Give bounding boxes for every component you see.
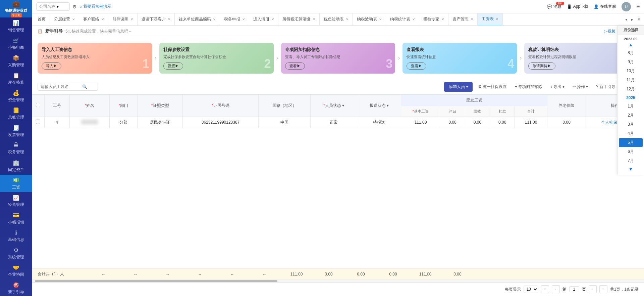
- topbar-menu-icon[interactable]: ☰: [636, 4, 640, 9]
- tab-close-2[interactable]: ✕: [101, 17, 104, 21]
- month-item-6[interactable]: 1月: [619, 102, 643, 111]
- step-btn-4[interactable]: 敬请期待▶: [528, 62, 555, 70]
- nav-tabs-prev-arrow[interactable]: ◂: [623, 17, 629, 22]
- special-deduction-button[interactable]: + 专项附加扣除: [512, 83, 545, 91]
- sidebar-item-库存核算[interactable]: 📋 库存核算: [0, 70, 32, 87]
- row-checkbox[interactable]: [36, 120, 40, 124]
- sidebar-item-基础信息[interactable]: ℹ 基础信息: [0, 227, 32, 245]
- month-item-4[interactable]: 12月: [619, 85, 643, 94]
- tab-close-9[interactable]: ✕: [346, 17, 348, 21]
- sidebar-item-总账管理[interactable]: 📒 总账管理: [0, 105, 32, 122]
- search-input[interactable]: [41, 84, 81, 89]
- nav-tab-13[interactable]: 资产管理✕: [448, 13, 478, 26]
- month-item-5[interactable]: 2025: [619, 94, 643, 102]
- month-item-2[interactable]: 10月: [619, 67, 643, 76]
- tab-close-4[interactable]: ✕: [168, 17, 170, 21]
- tab-close-3[interactable]: ✕: [130, 17, 133, 21]
- nav-tabs-next-arrow[interactable]: ▸: [629, 17, 635, 22]
- tab-close-12[interactable]: ✕: [441, 17, 444, 21]
- nav-tab-0[interactable]: 首页: [34, 13, 50, 26]
- last-page-button[interactable]: »: [599, 285, 607, 293]
- guide-video-link[interactable]: ▷ 视频: [604, 29, 615, 34]
- demo-link[interactable]: ○ 我要看实例演示: [79, 4, 111, 9]
- prev-page-button[interactable]: ‹: [552, 285, 560, 293]
- month-item-1[interactable]: 9月: [619, 57, 643, 67]
- step-btn-1[interactable]: 设置▶: [163, 62, 183, 70]
- sidebar-item-小畅报销[interactable]: 💳 小畅报销: [0, 210, 32, 227]
- month-item-10[interactable]: 5月: [619, 138, 643, 147]
- month-next-button[interactable]: ▼: [629, 167, 633, 171]
- sidebar-item-工资[interactable]: 💵 工资: [0, 175, 32, 192]
- add-person-button[interactable]: 添加人员 ▾: [444, 82, 473, 92]
- report-filter-icon[interactable]: ▾: [387, 103, 389, 108]
- toolbar: 🔍 添加人员 ▾ ⚙ 统一社保设置 + 专项附加扣除 ↓ 导出 ▾ ✏: [32, 79, 644, 95]
- month-item-8[interactable]: 3月: [619, 120, 643, 129]
- search-icon[interactable]: 🔍: [82, 84, 87, 89]
- nav-tab-3[interactable]: 引导说明✕: [108, 13, 138, 26]
- horizontal-scrollbar[interactable]: [32, 280, 644, 282]
- nav-tab-10[interactable]: 纳税波动表✕: [353, 13, 386, 26]
- topbar-settings-icon[interactable]: ⚙: [72, 4, 77, 9]
- sidebar-item-企业协同[interactable]: 🤝 企业协同: [0, 262, 32, 280]
- status-filter-icon[interactable]: ▾: [342, 103, 344, 108]
- user-avatar[interactable]: U: [622, 2, 631, 11]
- tab-close-10[interactable]: ✕: [379, 17, 382, 21]
- operations-button[interactable]: ✏ 操作 ▾: [570, 83, 591, 91]
- next-page-button[interactable]: ›: [589, 285, 597, 293]
- nav-tab-4[interactable]: 邀请下游客户✕: [138, 13, 175, 26]
- tab-close-5[interactable]: ✕: [213, 17, 216, 21]
- tab-close-13[interactable]: ✕: [471, 17, 473, 21]
- social-insurance-settings-button[interactable]: ⚙ 统一社保设置: [475, 83, 509, 91]
- month-item-7[interactable]: 2月: [619, 111, 643, 120]
- nav-tab-8[interactable]: 所得税汇算清缴✕: [278, 13, 320, 26]
- tab-close-7[interactable]: ✕: [271, 17, 274, 21]
- nav-tab-1[interactable]: 分层经营✕: [50, 13, 79, 26]
- social-insurance-link[interactable]: 个人社保: [601, 120, 617, 125]
- nav-tab-11[interactable]: 纳税统计表✕: [386, 13, 419, 26]
- step-btn-2[interactable]: 查看▶: [285, 62, 305, 70]
- sidebar: 💼 畅捷通好业财 专业版 📊 销售管理 🛒 小畅电商 📦 采购管理 📋 库存核算…: [0, 0, 32, 296]
- nav-tabs-close-all[interactable]: ✕: [635, 17, 643, 22]
- scroll-thumb[interactable]: [35, 280, 277, 282]
- app-download-button[interactable]: 📱 App下载: [567, 4, 588, 9]
- month-item-3[interactable]: 11月: [619, 76, 643, 85]
- sidebar-item-经营管理[interactable]: 📈 经营管理: [0, 192, 32, 210]
- tab-close-6[interactable]: ✕: [242, 17, 245, 21]
- nav-tab-9[interactable]: 税负波动表✕: [320, 13, 353, 26]
- sidebar-item-采购管理[interactable]: 📦 采购管理: [0, 52, 32, 70]
- export-button[interactable]: ↓ 导出 ▾: [548, 83, 567, 91]
- sidebar-item-小畅电商[interactable]: 🛒 小畅电商: [0, 35, 32, 52]
- nav-tab-7[interactable]: 进入清册✕: [249, 13, 278, 26]
- online-service-button[interactable]: 👤 在线客服: [594, 4, 616, 9]
- nav-tab-6[interactable]: 税务申报✕: [220, 13, 249, 26]
- step-btn-0[interactable]: 导入▶: [42, 62, 61, 70]
- nav-tab-2[interactable]: 客户联络✕: [79, 13, 108, 26]
- month-prev-button[interactable]: ▲: [629, 42, 633, 47]
- sidebar-logo[interactable]: 💼 畅捷通好业财 专业版: [0, 0, 32, 17]
- nav-tab-5[interactable]: 往来单位商品编码✕: [175, 13, 220, 26]
- sidebar-item-固定资产[interactable]: 🏢 固定资产: [0, 157, 32, 175]
- sidebar-item-税务管理[interactable]: 🏛 税务管理: [0, 140, 32, 157]
- message-button[interactable]: 💬 消息 99+: [547, 4, 561, 9]
- company-dropdown[interactable]: 公司名称 ▾: [36, 2, 70, 11]
- sidebar-item-资金管理[interactable]: 💰 资金管理: [0, 87, 32, 105]
- tab-close-1[interactable]: ✕: [72, 17, 75, 21]
- page-size-select[interactable]: 10 20 50: [524, 286, 538, 293]
- month-item-0[interactable]: 8月: [619, 48, 643, 57]
- tab-close-14[interactable]: ✕: [496, 17, 498, 21]
- new-guide-button[interactable]: ? 新手引导: [593, 83, 618, 91]
- step-btn-3[interactable]: 查看▶: [407, 62, 426, 70]
- sidebar-item-系统管理[interactable]: ⚙ 系统管理: [0, 245, 32, 262]
- nav-tab-12[interactable]: 税检专家✕: [419, 13, 448, 26]
- first-page-button[interactable]: «: [541, 285, 549, 293]
- select-all-checkbox[interactable]: [36, 103, 40, 107]
- tab-close-11[interactable]: ✕: [412, 17, 415, 21]
- sidebar-item-销售管理[interactable]: 📊 销售管理: [0, 17, 32, 35]
- sidebar-item-发票管理[interactable]: 🧾 发票管理: [0, 122, 32, 140]
- tab-close-8[interactable]: ✕: [313, 17, 315, 21]
- nav-tab-14[interactable]: 工资表✕: [478, 13, 503, 26]
- sidebar-item-新手引导[interactable]: 🎯 新手引导: [0, 280, 32, 296]
- month-item-9[interactable]: 4月: [619, 129, 643, 138]
- month-item-11[interactable]: 6月: [619, 147, 643, 156]
- month-item-12[interactable]: 7月: [619, 156, 643, 165]
